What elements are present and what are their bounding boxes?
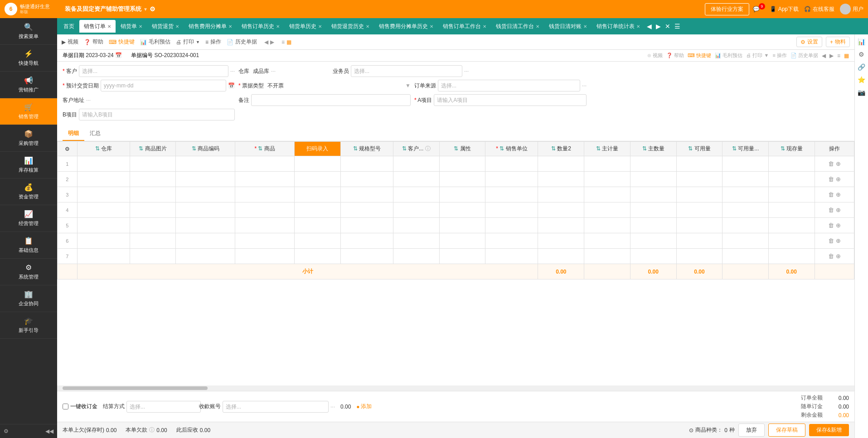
row-5-scan[interactable] — [294, 218, 340, 233]
sidebar-item-system[interactable]: ⚙ 系统管理 — [0, 259, 57, 285]
tab-close-expense-history[interactable]: ✕ — [430, 24, 433, 29]
tab-home[interactable]: 首页 — [59, 20, 79, 33]
row-1-attr[interactable] — [439, 156, 485, 172]
tab-daily-reconcile[interactable]: 钱货日清对账 ✕ — [544, 20, 592, 33]
row-4-main-unit[interactable] — [584, 202, 630, 218]
system-dropdown-icon[interactable]: ▼ — [143, 7, 148, 12]
row-7-product[interactable] — [235, 249, 295, 264]
row-3-sales-unit[interactable] — [485, 187, 538, 202]
row-6-qty2[interactable] — [538, 233, 584, 249]
row-3-spec[interactable] — [340, 187, 393, 202]
a-project-input[interactable] — [434, 94, 587, 106]
row-2-customer-code[interactable] — [393, 172, 439, 187]
row-5-main-unit[interactable] — [584, 218, 630, 233]
row-4-copy-icon[interactable]: ⊕ — [836, 207, 841, 213]
row-2-qty2[interactable] — [538, 172, 584, 187]
row-6-stock[interactable] — [768, 233, 815, 249]
row-1-scan[interactable] — [294, 156, 340, 172]
row-3-product-img[interactable] — [130, 187, 176, 202]
row-7-available[interactable] — [676, 249, 723, 264]
discard-button[interactable]: 放弃 — [738, 424, 765, 437]
row-1-delete-icon[interactable]: 🗑 — [828, 160, 834, 167]
col-qty2[interactable]: ⇅ 数量2 — [538, 142, 584, 156]
col-product-code[interactable]: ⇅ 商品编码 — [176, 142, 235, 156]
table-scroll-area[interactable]: ⚙ ⇅ 仓库 ⇅ 商品图片 ⇅ 商品编码 ⇅ 商品 扫码录入 ⇅ 规格型号 ⇅ … — [57, 141, 854, 385]
sidebar-item-inventory[interactable]: 📊 库存核算 — [0, 152, 57, 178]
tab-order-workbench[interactable]: 销售订单工作台 ✕ — [438, 20, 491, 33]
toolbar-operate[interactable]: ≡ 操作 — [205, 38, 221, 46]
row-2-product-code[interactable] — [176, 172, 235, 187]
tab-daily-workbench[interactable]: 钱货日清工作台 ✕ — [491, 20, 544, 33]
row-7-sales-unit[interactable] — [485, 249, 538, 264]
row-7-scan[interactable] — [294, 249, 340, 264]
calendar-icon[interactable]: 📅 — [115, 52, 122, 58]
row-1-product[interactable] — [235, 156, 295, 172]
row-1-sales-unit[interactable] — [485, 156, 538, 172]
row-5-copy-icon[interactable]: ⊕ — [836, 222, 841, 229]
row-3-product-code[interactable] — [176, 187, 235, 202]
sidebar-item-purchase[interactable]: 📦 采购管理 — [0, 125, 57, 152]
right-panel-icon-1[interactable]: 📊 — [856, 36, 867, 47]
row-4-product-code[interactable] — [176, 202, 235, 218]
col-attr[interactable]: ⇅ 属性 — [439, 142, 485, 156]
toolbar-history[interactable]: 📄 历史单据 — [227, 38, 257, 46]
row-5-product-code[interactable] — [176, 218, 235, 233]
sidebar-item-marketing[interactable]: 📢 营销推广 — [0, 72, 57, 98]
row-4-qty2[interactable] — [538, 202, 584, 218]
row-5-stock[interactable] — [768, 218, 815, 233]
row-6-copy-icon[interactable]: ⊕ — [836, 237, 841, 244]
row-7-main-qty[interactable] — [630, 249, 676, 264]
row-4-available[interactable] — [676, 202, 723, 218]
sidebar-item-search[interactable]: 🔍 搜索菜单 — [0, 18, 57, 45]
tab-close-return[interactable]: ✕ — [175, 24, 179, 29]
right-panel-icon-2[interactable]: ⚙ — [856, 49, 867, 60]
row-2-main-qty[interactable] — [630, 172, 676, 187]
row-3-delete-icon[interactable]: 🗑 — [828, 191, 834, 198]
row-1-available2[interactable] — [723, 156, 769, 172]
row-3-stock[interactable] — [768, 187, 815, 202]
row-3-main-qty[interactable] — [630, 187, 676, 202]
row-4-scan[interactable] — [294, 202, 340, 218]
solution-button[interactable]: 体验行业方案 — [705, 3, 749, 15]
col-main-unit[interactable]: ⇅ 主计量 — [584, 142, 630, 156]
row-6-product[interactable] — [235, 233, 295, 249]
row-4-product-img[interactable] — [130, 202, 176, 218]
row-4-delete-icon[interactable]: 🗑 — [828, 207, 834, 213]
tab-stats[interactable]: 销售订单统计表 ✕ — [592, 20, 645, 33]
tab-close-daily-workbench[interactable]: ✕ — [536, 24, 539, 29]
row-5-qty2[interactable] — [538, 218, 584, 233]
col-spec[interactable]: ⇅ 规格型号 — [340, 142, 393, 156]
grid-view-icon[interactable]: ▦ — [286, 39, 291, 45]
horizontal-scrollbar[interactable] — [57, 385, 854, 391]
row-6-product-img[interactable] — [130, 233, 176, 249]
print-dropdown-icon[interactable]: ▼ — [196, 40, 200, 44]
row-1-qty2[interactable] — [538, 156, 584, 172]
grid-icon[interactable]: ▦ — [844, 53, 849, 59]
salesperson-input[interactable] — [351, 65, 462, 77]
row-1-spec[interactable] — [340, 156, 393, 172]
row-2-available2[interactable] — [723, 172, 769, 187]
row-6-customer-code[interactable] — [393, 233, 439, 249]
toolbar-profit[interactable]: 📊 毛利预估 — [140, 38, 170, 46]
add-payment-btn[interactable]: ● 添加 — [356, 403, 371, 410]
row-2-main-unit[interactable] — [584, 172, 630, 187]
customer-addr-more-icon[interactable]: ··· — [86, 97, 91, 103]
settings-icon[interactable]: ⚙ — [150, 5, 155, 13]
row-2-sales-unit[interactable] — [485, 172, 538, 187]
save-draft-button[interactable]: 保存草稿 — [768, 424, 805, 437]
tab-close-expense[interactable]: ✕ — [228, 24, 232, 29]
sidebar-item-finance[interactable]: 💰 资金管理 — [0, 178, 57, 205]
sidebar-item-quick-nav[interactable]: ⚡ 快捷导航 — [0, 45, 57, 72]
row-2-stock[interactable] — [768, 172, 815, 187]
row-4-attr[interactable] — [439, 202, 485, 218]
tab-expense[interactable]: 销售费用分摊单 ✕ — [184, 20, 237, 33]
save-new-button[interactable]: 保存&新增 — [809, 424, 849, 436]
tab-detail[interactable]: 明细 — [63, 127, 84, 141]
row-3-qty2[interactable] — [538, 187, 584, 202]
operate-btn[interactable]: ≡ 操作 — [772, 52, 786, 59]
row-7-qty2[interactable] — [538, 249, 584, 264]
row-7-product-code[interactable] — [176, 249, 235, 264]
tab-close-goods-history[interactable]: ✕ — [318, 24, 322, 29]
order-source-input[interactable] — [438, 80, 580, 91]
tab-sales-order[interactable]: 销售订单 ✕ — [79, 20, 116, 33]
